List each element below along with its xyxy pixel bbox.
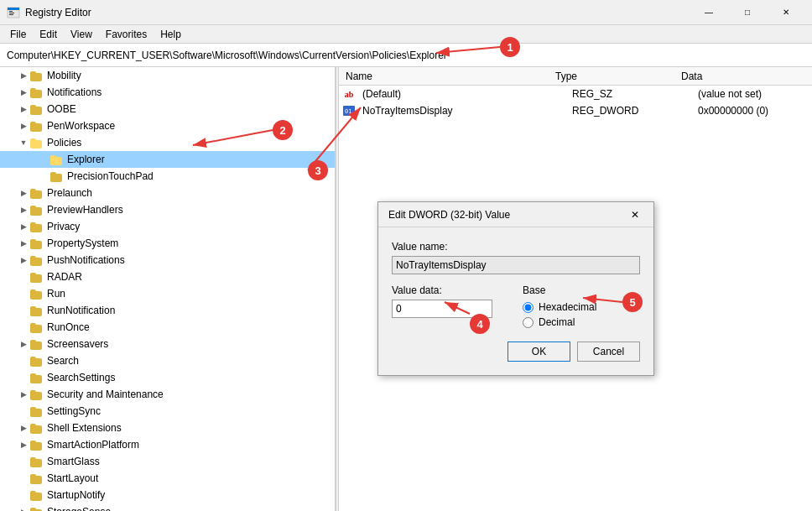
tree-label: Security and Maintenance bbox=[47, 388, 164, 400]
window-title: Registry Editor bbox=[25, 7, 690, 18]
tree-label: Explorer bbox=[67, 154, 105, 165]
modal-buttons: OK Cancel bbox=[392, 342, 640, 362]
tree-item-prelaunch[interactable]: ▶ Prelaunch bbox=[0, 185, 335, 201]
modal-title: Edit DWORD (32-bit) Value bbox=[388, 209, 627, 221]
reg-dword-icon: 01 bbox=[342, 105, 356, 117]
tree-item-run[interactable]: Run bbox=[0, 285, 335, 302]
tree-item-previewhandlers[interactable]: ▶ PreviewHandlers bbox=[0, 201, 335, 218]
reg-row-default[interactable]: ab (Default) REG_SZ (value not set) bbox=[339, 86, 812, 102]
tree-item-penworkspace[interactable]: ▶ PenWorkspace bbox=[0, 117, 335, 134]
folder-icon bbox=[50, 154, 64, 165]
modal-title-bar: Edit DWORD (32-bit) Value ✕ bbox=[378, 202, 653, 227]
expander-icon: ▶ bbox=[17, 186, 30, 200]
maximize-button[interactable]: □ bbox=[728, 0, 767, 25]
svg-text:01: 01 bbox=[345, 108, 351, 115]
reg-entry-data: (value not set) bbox=[695, 88, 809, 100]
tree-item-smartactionplatform[interactable]: ▶ SmartActionPlatform bbox=[0, 436, 335, 453]
tree-label: StartupNotify bbox=[47, 489, 105, 501]
folder-icon bbox=[30, 120, 44, 132]
tree-label: PrecisionTouchPad bbox=[67, 170, 154, 182]
value-data-input[interactable] bbox=[392, 300, 492, 318]
modal-right-section: Base Hexadecimal Decimal bbox=[523, 284, 640, 331]
expander-icon: ▶ bbox=[17, 438, 30, 451]
tree-item-explorer[interactable]: Explorer bbox=[0, 151, 335, 168]
tree-item-propertysystem[interactable]: ▶ PropertySystem bbox=[0, 235, 335, 252]
minimize-button[interactable]: — bbox=[690, 0, 728, 25]
reg-sz-icon: ab bbox=[342, 88, 356, 100]
menu-file[interactable]: File bbox=[3, 27, 33, 42]
address-path[interactable]: Computer\HKEY_CURRENT_USER\Software\Micr… bbox=[7, 50, 805, 61]
tree-label: StorageSense bbox=[47, 506, 111, 511]
hexadecimal-option[interactable]: Hexadecimal bbox=[523, 301, 640, 313]
reg-entry-name: NoTrayItemsDisplay bbox=[359, 105, 569, 117]
folder-icon bbox=[30, 388, 44, 400]
col-header-data: Data bbox=[678, 70, 809, 82]
folder-icon bbox=[30, 137, 44, 149]
value-name-input[interactable] bbox=[392, 256, 640, 274]
expander-icon: ▶ bbox=[17, 203, 30, 216]
reg-row-notrayitems[interactable]: 01 NoTrayItemsDisplay REG_DWORD 0x000000… bbox=[339, 102, 812, 119]
expander-icon bbox=[17, 488, 30, 502]
tree-label: Shell Extensions bbox=[47, 422, 122, 434]
modal-close-button[interactable]: ✕ bbox=[627, 206, 643, 223]
tree-item-oobe[interactable]: ▶ OOBE bbox=[0, 101, 335, 117]
cancel-button[interactable]: Cancel bbox=[577, 342, 640, 362]
tree-item-smartglass[interactable]: SmartGlass bbox=[0, 453, 335, 470]
col-header-type: Type bbox=[552, 70, 678, 82]
tree-item-settingsync[interactable]: SettingSync bbox=[0, 403, 335, 420]
tree-item-startupnotify[interactable]: StartupNotify bbox=[0, 487, 335, 503]
reg-entry-type: REG_DWORD bbox=[569, 105, 695, 117]
expander-icon: ▶ bbox=[17, 102, 30, 116]
folder-icon bbox=[30, 372, 44, 383]
tree-label: Search bbox=[47, 355, 79, 367]
tree-item-runnotification[interactable]: RunNotification bbox=[0, 302, 335, 319]
tree-item-privacy[interactable]: ▶ Privacy bbox=[0, 218, 335, 235]
tree-label: RunOnce bbox=[47, 321, 90, 333]
tree-label: Screensavers bbox=[47, 338, 108, 350]
expander-icon: ▶ bbox=[17, 237, 30, 250]
tree-item-precisiontouchpad[interactable]: PrecisionTouchPad bbox=[0, 168, 335, 185]
menu-help[interactable]: Help bbox=[154, 27, 188, 42]
folder-icon bbox=[30, 86, 44, 98]
tree-item-radar[interactable]: RADAR bbox=[0, 269, 335, 285]
decimal-radio[interactable] bbox=[523, 317, 534, 328]
expander-icon: ▶ bbox=[17, 69, 30, 82]
ok-button[interactable]: OK bbox=[508, 342, 570, 362]
reg-entry-name: (Default) bbox=[359, 88, 569, 100]
expander-icon bbox=[17, 404, 30, 418]
tree-item-policies[interactable]: ▼ Policies bbox=[0, 134, 335, 151]
folder-icon bbox=[30, 221, 44, 232]
tree-item-runonce[interactable]: RunOnce bbox=[0, 319, 335, 336]
tree-item-screensavers[interactable]: ▶ Screensavers bbox=[0, 336, 335, 352]
tree-item-mobility[interactable]: ▶ Mobility bbox=[0, 67, 335, 84]
expander-icon bbox=[17, 455, 30, 468]
folder-icon bbox=[30, 254, 44, 266]
modal-data-row: Value data: Base Hexadecimal Decimal bbox=[392, 284, 640, 331]
menu-edit[interactable]: Edit bbox=[33, 27, 64, 42]
menu-view[interactable]: View bbox=[64, 27, 99, 42]
menu-favorites[interactable]: Favorites bbox=[99, 27, 154, 42]
hexadecimal-radio[interactable] bbox=[523, 302, 534, 313]
tree-item-pushnotifications[interactable]: ▶ PushNotifications bbox=[0, 252, 335, 269]
tree-label: Mobility bbox=[47, 70, 81, 81]
tree-item-shellextensions[interactable]: ▶ Shell Extensions bbox=[0, 420, 335, 436]
tree-label: Run bbox=[47, 288, 65, 300]
folder-icon bbox=[30, 70, 44, 81]
tree-item-search[interactable]: Search bbox=[0, 352, 335, 369]
tree-item-searchsettings[interactable]: SearchSettings bbox=[0, 369, 335, 386]
expander-icon: ▶ bbox=[17, 505, 30, 511]
svg-rect-3 bbox=[9, 13, 14, 13]
svg-rect-1 bbox=[8, 8, 19, 10]
expander-icon bbox=[17, 354, 30, 368]
tree-label: SmartGlass bbox=[47, 456, 100, 467]
tree-item-storagesense[interactable]: ▶ StorageSense bbox=[0, 503, 335, 511]
tree-item-startlayout[interactable]: StartLayout bbox=[0, 470, 335, 487]
decimal-option[interactable]: Decimal bbox=[523, 316, 640, 328]
tree-item-security[interactable]: ▶ Security and Maintenance bbox=[0, 386, 335, 403]
tree-label: PushNotifications bbox=[47, 254, 125, 266]
folder-icon bbox=[30, 422, 44, 434]
tree-item-notifications[interactable]: ▶ Notifications bbox=[0, 84, 335, 101]
expander-icon bbox=[37, 169, 50, 183]
close-button[interactable]: ✕ bbox=[767, 0, 805, 25]
expander-icon: ▶ bbox=[17, 119, 30, 133]
